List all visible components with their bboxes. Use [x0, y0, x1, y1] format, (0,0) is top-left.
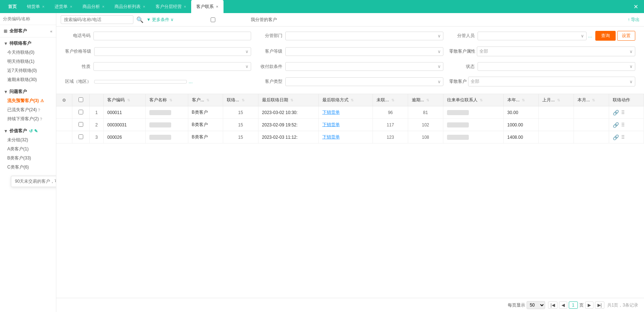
sidebar-item-class-a[interactable]: A类客户(1)	[0, 145, 56, 154]
price-level-select[interactable]: ∨	[94, 47, 251, 56]
sidebar-item-today[interactable]: 今天待联络(0)	[0, 48, 56, 57]
area-more-button[interactable]: …	[188, 79, 193, 84]
tab-product-analysis[interactable]: 商品分析 ×	[77, 0, 109, 13]
sidebar-item-churn-warning[interactable]: 流失预警客户(3) ⚠	[0, 96, 56, 105]
tab-customer-layer[interactable]: 客户分层经营 ×	[150, 0, 191, 13]
filter-button[interactable]: ▼ 更多条件 ∨	[146, 17, 174, 23]
phone-input[interactable]	[93, 32, 251, 40]
tab-product-list-close[interactable]: ×	[143, 4, 145, 9]
export-button[interactable]: ↑ 导出	[628, 17, 640, 23]
action-link-icon[interactable]: 🔗	[613, 110, 619, 116]
person-select[interactable]: ∨	[478, 32, 587, 40]
select-all-checkbox[interactable]	[79, 97, 83, 102]
sidebar-search-input[interactable]	[3, 16, 56, 21]
query-button[interactable]: 查询	[595, 31, 616, 41]
row-last-contact-method[interactable]: 下销货单	[318, 119, 373, 131]
sidebar-item-unclassified[interactable]: 未分组(32)	[0, 135, 56, 145]
tab-customer-contact-close[interactable]: ×	[216, 4, 218, 9]
tab-purchase-close[interactable]: ×	[70, 4, 72, 9]
customer-type-arrow: ∨	[438, 79, 441, 84]
col-code[interactable]: 客户编码 ⇅	[104, 94, 146, 106]
sidebar-item-class-b[interactable]: B类客户(33)	[0, 154, 56, 163]
sidebar-item-overdue[interactable]: 逾期未联络(30)	[0, 75, 56, 84]
col-last-contact-method[interactable]: 最后联络方式 ⇅	[318, 94, 373, 106]
tab-product-analysis-close[interactable]: ×	[102, 4, 104, 9]
tab-product-list[interactable]: 商品分析列表 ×	[109, 0, 150, 13]
tab-customer-contact[interactable]: 客户联系 ×	[191, 0, 223, 13]
sidebar-group-value-title[interactable]: ▼ 价值客户 ↺ ✎	[0, 126, 56, 135]
sort-icon-lcm: ⇅	[351, 98, 354, 102]
col-unit-contact[interactable]: 往来单位联系人 ⇅	[443, 94, 503, 106]
col-settings[interactable]: ⚙	[56, 94, 72, 106]
sidebar-item-7days[interactable]: 近7天待联络(0)	[0, 66, 56, 75]
zero-customer-select[interactable]: 全部 ∨	[468, 77, 635, 86]
next-page-button[interactable]: ▶	[585, 301, 593, 309]
sidebar-group-pending-title[interactable]: ▼ 待联络客户	[0, 39, 56, 48]
sidebar-item-class-c[interactable]: C类客户(6)	[0, 163, 56, 172]
col-type[interactable]: 客户... ⇅	[188, 94, 223, 106]
tab-home[interactable]: 首页	[3, 0, 22, 13]
sort-icon-code: ⇅	[127, 98, 130, 102]
row-checkbox[interactable]	[72, 106, 89, 119]
sidebar-item-declining[interactable]: 持续下滑客户(2) ?	[0, 114, 56, 123]
customer-level-select[interactable]: ∨	[285, 47, 443, 56]
row-type: B类客户	[188, 119, 223, 131]
action-more-icon[interactable]: ⠿	[621, 134, 625, 140]
search-button[interactable]: 🔍	[136, 16, 144, 23]
col-this-year[interactable]: 本年... ⇅	[503, 94, 539, 106]
sidebar-group-problem-title[interactable]: ▼ 问题客户	[0, 87, 56, 96]
tab-purchase-label: 进货单	[55, 4, 68, 10]
refresh-icon[interactable]: ↺	[29, 129, 33, 134]
col-last-month[interactable]: 上月... ⇅	[539, 94, 574, 106]
col-contact[interactable]: 联络... ⇅	[223, 94, 258, 106]
col-this-month[interactable]: 本月... ⇅	[574, 94, 609, 106]
tab-customer-layer-close[interactable]: ×	[184, 4, 186, 9]
zero-attr-select[interactable]: 全部 ∨	[477, 46, 635, 56]
col-overdue[interactable]: 逾期... ⇅	[408, 94, 443, 106]
action-more-icon[interactable]: ⠿	[621, 122, 625, 128]
payment-arrow: ∨	[438, 64, 441, 69]
col-name[interactable]: 客户名称 ⇅	[146, 94, 188, 106]
last-page-button[interactable]: ▶|	[595, 301, 604, 309]
search-input[interactable]	[61, 15, 133, 24]
customer-type-select[interactable]: ∨	[285, 77, 443, 86]
my-customers-checkbox[interactable]	[177, 17, 249, 22]
person-more-button[interactable]: …	[588, 33, 592, 39]
row-type: B类客户	[188, 106, 223, 119]
col-not-contacted[interactable]: 未联... ⇅	[373, 94, 408, 106]
tab-sales[interactable]: 销货单 ×	[22, 0, 49, 13]
table-row: 3 000026 ██████ B类客户 15 2023-02-03 11:12…	[56, 131, 644, 143]
action-link-icon[interactable]: 🔗	[613, 122, 619, 128]
gender-select[interactable]: ∨	[93, 62, 251, 71]
window-close-button[interactable]: ✕	[631, 3, 641, 10]
sidebar-item-churned[interactable]: 已流失客户(24) ?	[0, 105, 56, 114]
customer-type-label: 客户类型	[257, 78, 282, 85]
prev-page-button[interactable]: ◀	[559, 301, 567, 309]
sidebar-all-customers[interactable]: ⊞ 全部客户 «	[0, 25, 56, 37]
my-customers-checkbox-area[interactable]: 我分管的客户	[177, 17, 277, 23]
dept-select[interactable]: ∨	[285, 32, 443, 40]
sidebar-item-tomorrow[interactable]: 明天待联络(1)	[0, 57, 56, 66]
row-last-contact-method[interactable]: 下销货单	[318, 106, 373, 119]
tab-sales-close[interactable]: ×	[42, 4, 44, 9]
settings-button[interactable]: 设置	[617, 31, 635, 41]
action-more-icon[interactable]: ⠿	[621, 110, 625, 116]
first-page-button[interactable]: |◀	[548, 301, 558, 309]
sidebar-collapse-icon[interactable]: «	[50, 29, 52, 33]
status-select[interactable]: ∨	[478, 62, 635, 71]
row-last-contact-method[interactable]: 下销货单	[318, 131, 373, 143]
row-checkbox[interactable]	[72, 131, 89, 143]
tab-purchase[interactable]: 进货单 ×	[49, 0, 77, 13]
customer-level-label: 客户等级	[257, 48, 282, 54]
payment-select[interactable]: ∨	[285, 62, 443, 71]
area-select[interactable]	[94, 80, 187, 84]
edit-icon[interactable]: ✎	[34, 129, 38, 134]
col-last-contact-date[interactable]: 最后联络日期 ⇅	[258, 94, 318, 106]
filter-payment: 收付款条件 ∨	[254, 61, 446, 72]
tab-home-label: 首页	[8, 4, 17, 10]
row-checkbox[interactable]	[72, 119, 89, 131]
per-page-select[interactable]: 50 100 200	[527, 301, 545, 309]
sidebar-group-value: ▼ 价值客户 ↺ ✎ 未分组(32) A类客户(1) B类客户(33) C类客户…	[0, 125, 56, 173]
action-link-icon[interactable]: 🔗	[613, 134, 619, 140]
col-checkbox[interactable]	[72, 94, 89, 106]
